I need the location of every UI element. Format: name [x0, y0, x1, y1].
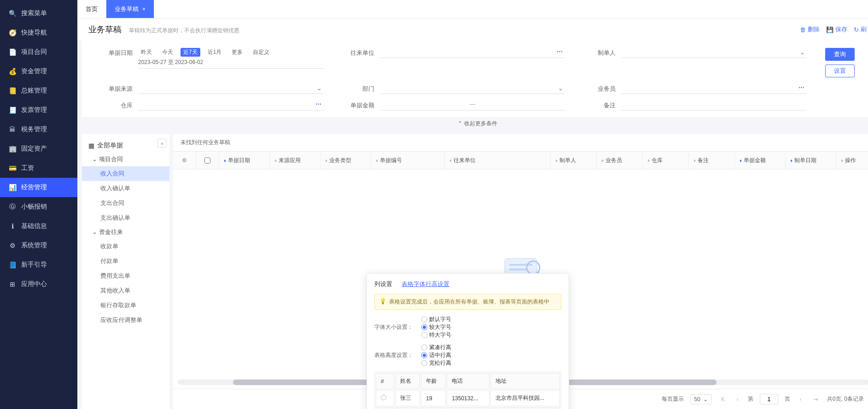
- date-opt-near7[interactable]: 近7天: [181, 48, 200, 57]
- tree-leaf[interactable]: 付款单: [82, 254, 169, 269]
- tree-collapse-icon[interactable]: «: [157, 139, 167, 148]
- sort-icon[interactable]: ♦: [790, 158, 792, 163]
- tree-leaf[interactable]: 支出确认单: [82, 210, 169, 225]
- sidebar-item-salary[interactable]: 💳工资: [0, 158, 77, 178]
- sidebar-item-ledger[interactable]: 📒总账管理: [0, 81, 77, 100]
- column-header[interactable]: ♦备注: [689, 152, 735, 169]
- save-action[interactable]: 💾保存: [826, 25, 847, 34]
- sort-icon[interactable]: ♦: [376, 158, 378, 163]
- settings-button[interactable]: 设置: [825, 64, 855, 77]
- date-opt-near1m[interactable]: 近1月: [205, 48, 225, 57]
- row-radio-icon[interactable]: [381, 395, 386, 400]
- sort-icon[interactable]: ♦: [647, 158, 650, 163]
- column-header[interactable]: ♦仓库: [643, 152, 689, 169]
- sort-icon[interactable]: ♦: [740, 158, 742, 163]
- filter-partner[interactable]: ⋯: [380, 48, 565, 58]
- sort-icon[interactable]: ♦: [693, 158, 696, 163]
- radio-option[interactable]: 宽松行高: [421, 359, 451, 367]
- tree-leaf[interactable]: 费用支出单: [82, 269, 169, 283]
- sort-icon[interactable]: ♦: [601, 158, 604, 163]
- sidebar-item-manage[interactable]: 📊经营管理: [0, 178, 77, 197]
- delete-action[interactable]: 🗑删除: [800, 25, 820, 34]
- filter-note[interactable]: [621, 100, 807, 111]
- pager-next[interactable]: ›: [797, 396, 804, 403]
- sidebar-item-compass[interactable]: 🧭快捷导航: [0, 23, 77, 42]
- chevron-down-icon[interactable]: ⌄: [317, 85, 322, 92]
- radio-option[interactable]: 较大字号: [421, 323, 451, 331]
- tree-leaf[interactable]: 其他收入单: [82, 283, 169, 298]
- column-header[interactable]: ♦单据日期: [219, 152, 270, 169]
- pop-tab-font[interactable]: 表格字体行高设置: [402, 280, 449, 288]
- column-header[interactable]: ♦业务类型: [320, 152, 371, 169]
- tree-leaf[interactable]: 应收应付调整单: [82, 313, 169, 327]
- filter-dept[interactable]: ⌄: [380, 84, 565, 94]
- date-opt-more[interactable]: 更多: [229, 48, 245, 57]
- sort-icon[interactable]: ♦: [841, 158, 843, 163]
- tab-首页[interactable]: 首页: [77, 0, 106, 18]
- sidebar-item-info[interactable]: ℹ基础信息: [0, 216, 77, 236]
- date-opt-today[interactable]: 今天: [159, 48, 176, 57]
- column-header[interactable]: ♦单据编号: [371, 152, 445, 169]
- lookup-icon[interactable]: ⋯: [798, 84, 805, 91]
- date-opt-custom[interactable]: 自定义: [250, 48, 272, 57]
- column-settings-icon[interactable]: ⚙: [173, 152, 196, 169]
- sidebar-item-gear[interactable]: ⚙系统管理: [0, 236, 77, 255]
- filter-maker[interactable]: ⌄: [621, 48, 807, 58]
- column-header[interactable]: ♦单据金额: [735, 152, 786, 169]
- tree-group[interactable]: ⌄ 资金往来: [82, 225, 169, 239]
- sort-icon[interactable]: ♦: [274, 158, 277, 163]
- radio-option[interactable]: 紧凑行高: [421, 344, 451, 351]
- column-header[interactable]: ♦制单日期: [786, 152, 836, 169]
- per-page-select[interactable]: 50⌄: [690, 394, 712, 404]
- tree-root[interactable]: ▦ 全部单据: [82, 139, 169, 152]
- radio-option[interactable]: 特大字号: [421, 331, 451, 339]
- sidebar-item-expense[interactable]: Ⓖ小畅报销: [0, 197, 77, 216]
- tree-leaf[interactable]: 银行存取款单: [82, 298, 169, 313]
- sidebar-item-asset[interactable]: 🏢固定资产: [0, 139, 77, 158]
- sidebar-item-apps[interactable]: ⊞应用中心: [0, 275, 77, 294]
- pager-first[interactable]: K: [718, 396, 728, 403]
- sort-icon[interactable]: ♦: [325, 158, 327, 163]
- sort-icon[interactable]: ♦: [449, 158, 452, 163]
- sidebar-item-file[interactable]: 📄项目合同: [0, 42, 77, 62]
- tree-leaf[interactable]: 支出合同: [82, 196, 169, 210]
- tree-leaf[interactable]: 收入确认单: [82, 181, 169, 196]
- sidebar-item-tax[interactable]: 🏛税务管理: [0, 120, 77, 139]
- sidebar-item-guide[interactable]: 📘新手引导: [0, 255, 77, 275]
- sort-icon[interactable]: ♦: [224, 158, 226, 163]
- lookup-icon[interactable]: ⋯: [315, 100, 322, 107]
- pager-prev[interactable]: ‹: [734, 396, 741, 403]
- page-input[interactable]: [760, 394, 778, 404]
- chevron-down-icon[interactable]: ⌄: [800, 49, 805, 56]
- global-close-icon[interactable]: ×: [864, 0, 868, 14]
- filter-source[interactable]: ⌄: [138, 84, 324, 94]
- date-opt-yesterday[interactable]: 昨天: [138, 48, 155, 57]
- sidebar-item-invoice[interactable]: 🧾发票管理: [0, 100, 77, 120]
- filter-warehouse[interactable]: ⋯: [138, 100, 324, 111]
- column-header[interactable]: ♦制单人: [551, 152, 597, 169]
- tree-leaf[interactable]: 收款单: [82, 239, 169, 254]
- pop-tab-columns[interactable]: 列设置: [374, 280, 392, 288]
- column-header[interactable]: ♦来源应用: [270, 152, 320, 169]
- chevron-down-icon[interactable]: ⌄: [558, 85, 563, 92]
- collapse-filters[interactable]: ⌃ 收起更多条件: [82, 117, 868, 130]
- sort-icon[interactable]: ♦: [555, 158, 558, 163]
- pager-last[interactable]: ⇥: [810, 396, 821, 403]
- query-button[interactable]: 查询: [825, 48, 855, 61]
- radio-option[interactable]: 适中行高: [421, 351, 451, 359]
- tab-业务草稿[interactable]: 业务草稿×: [106, 0, 154, 18]
- tree-leaf[interactable]: 收入合同: [82, 166, 169, 181]
- radio-option[interactable]: 默认字号: [421, 316, 451, 323]
- refresh-action[interactable]: ↻刷: [854, 25, 867, 34]
- select-all-checkbox[interactable]: [196, 152, 219, 169]
- column-header[interactable]: ♦操作: [836, 152, 868, 169]
- sidebar-item-search[interactable]: 🔍搜索菜单: [0, 4, 77, 23]
- filter-amount[interactable]: —: [380, 100, 565, 111]
- filter-sales[interactable]: ⋯: [621, 84, 807, 94]
- lookup-icon[interactable]: ⋯: [557, 48, 563, 55]
- tree-group[interactable]: ⌄ 项目合同: [82, 152, 169, 166]
- sidebar-item-coin[interactable]: 💰资金管理: [0, 62, 77, 81]
- filter-billdate[interactable]: 昨天 今天 近7天 近1月 更多 自定义 2023-05-27 至 2023-0…: [138, 48, 324, 69]
- column-header[interactable]: ♦业务员: [597, 152, 643, 169]
- column-header[interactable]: ♦往来单位: [445, 152, 551, 169]
